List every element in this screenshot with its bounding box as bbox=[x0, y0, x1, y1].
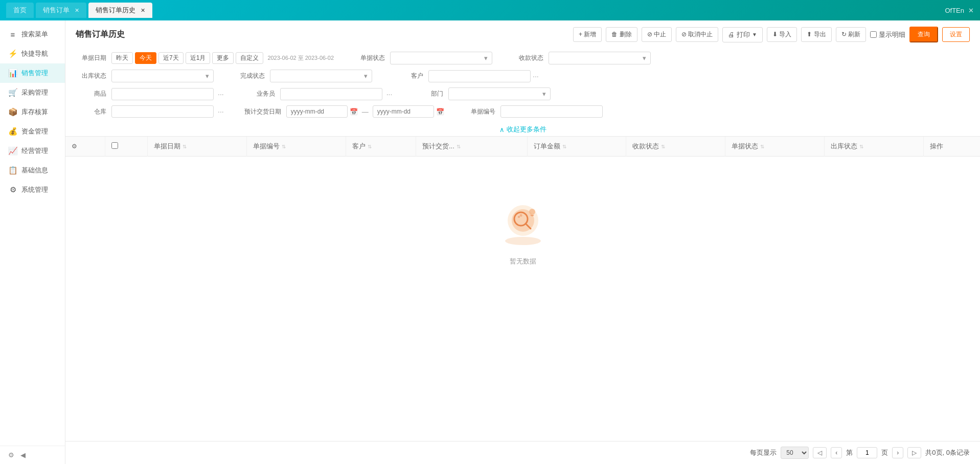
purchase-mgmt-icon: 🛒 bbox=[8, 88, 17, 97]
th-amount-sort[interactable]: 订单金额 ⇅ bbox=[534, 142, 620, 151]
th-customer-sort[interactable]: 客户 ⇅ bbox=[352, 142, 409, 151]
tab-sales-order-label: 销售订单 bbox=[43, 6, 70, 15]
th-delivery-date: 预计交货... ⇅ bbox=[416, 137, 527, 157]
sidebar-settings-icon[interactable]: ⚙ bbox=[8, 451, 14, 459]
page-size-select[interactable]: 50 10 20 100 bbox=[781, 447, 809, 459]
window-close-btn[interactable]: ✕ bbox=[968, 7, 974, 14]
main-layout: ≡ 搜索菜单 ⚡ 快捷导航 📊 销售管理 🛒 采购管理 📦 库存核算 💰 资金管… bbox=[0, 20, 980, 464]
sidebar-item-sales-mgmt[interactable]: 📊 销售管理 bbox=[0, 63, 65, 83]
warehouse-label: 仓库 bbox=[76, 107, 111, 116]
quick-nav-icon: ⚡ bbox=[8, 49, 17, 58]
sidebar-item-finance[interactable]: 💰 资金管理 bbox=[0, 122, 65, 141]
sidebar-item-sales-mgmt-label: 销售管理 bbox=[21, 69, 48, 78]
th-date-sort[interactable]: 单据日期 ⇅ bbox=[154, 142, 240, 151]
sidebar-item-quick-nav[interactable]: ⚡ 快捷导航 bbox=[0, 44, 65, 63]
date-btn-yesterday[interactable]: 昨天 bbox=[111, 52, 133, 64]
date-btn-1month[interactable]: 近1月 bbox=[186, 52, 211, 64]
query-button[interactable]: 查询 bbox=[909, 27, 938, 42]
page-title-row: 销售订单历史 + 新增 🗑 删除 ⊘ 中止 ⊘ 取消中止 🖨 打印 ▼ ⬇ 导入… bbox=[76, 27, 970, 42]
sidebar-collapse-icon[interactable]: ◀ bbox=[20, 451, 26, 459]
th-receipt-status-sort-icon: ⇅ bbox=[661, 144, 665, 149]
table-header-row: ⚙ 单据日期 ⇅ 单据编号 ⇅ bbox=[65, 137, 980, 157]
prev-page-btn[interactable]: ‹ bbox=[831, 447, 842, 458]
tab-sales-order-close[interactable]: ✕ bbox=[75, 7, 79, 14]
search-menu-icon: ≡ bbox=[8, 30, 17, 39]
display-detail-checkbox-area[interactable]: 显示明细 bbox=[870, 30, 905, 39]
sidebar-item-search-menu[interactable]: ≡ 搜索菜单 bbox=[0, 25, 65, 44]
collapse-row[interactable]: ∧ 收起更多条件 bbox=[76, 123, 970, 136]
goods-dots-btn[interactable]: ··· bbox=[218, 90, 224, 98]
tab-sales-order-history[interactable]: 销售订单历史 ✕ bbox=[88, 3, 152, 18]
th-checkbox[interactable] bbox=[105, 137, 147, 157]
collapse-up-icon: ∧ bbox=[499, 126, 505, 134]
delete-button[interactable]: 🗑 删除 bbox=[606, 27, 637, 42]
th-date: 单据日期 ⇅ bbox=[147, 137, 246, 157]
export-button[interactable]: ⬆ 导出 bbox=[801, 27, 831, 42]
th-order-no-sort[interactable]: 单据编号 ⇅ bbox=[253, 142, 339, 151]
sidebar-item-basic-info[interactable]: 📋 基础信息 bbox=[0, 161, 65, 180]
empty-state-cell: 暂无数据 bbox=[65, 157, 980, 307]
import-button[interactable]: ⬇ 导入 bbox=[767, 27, 797, 42]
cal-start-icon[interactable]: 📅 bbox=[350, 108, 358, 116]
date-btn-custom[interactable]: 自定义 bbox=[236, 52, 263, 64]
date-btn-today[interactable]: 今天 bbox=[135, 52, 156, 64]
delivery-date-end[interactable] bbox=[373, 105, 434, 118]
th-operation: 操作 bbox=[924, 137, 980, 157]
refresh-button[interactable]: ↻ 刷新 bbox=[836, 27, 866, 42]
th-delivery-date-sort[interactable]: 预计交货... ⇅ bbox=[422, 142, 521, 151]
stop-button[interactable]: ⊘ 中止 bbox=[642, 27, 672, 42]
order-num-label: 单据编号 bbox=[465, 107, 500, 116]
customer-input[interactable] bbox=[428, 70, 531, 82]
out-status-select[interactable]: ▾ bbox=[111, 70, 214, 82]
new-button[interactable]: + 新增 bbox=[573, 27, 602, 42]
sidebar-item-inventory[interactable]: 📦 库存核算 bbox=[0, 102, 65, 122]
last-page-btn[interactable]: ▷ bbox=[907, 447, 921, 458]
tab-sales-order-history-close[interactable]: ✕ bbox=[141, 7, 145, 14]
print-button[interactable]: 🖨 打印 ▼ bbox=[722, 27, 763, 42]
cal-end-icon[interactable]: 📅 bbox=[436, 108, 444, 116]
th-order-no-sort-icon: ⇅ bbox=[282, 144, 286, 149]
th-out-status: 出库状态 ⇅ bbox=[825, 137, 924, 157]
th-receipt-status-sort[interactable]: 收款状态 ⇅ bbox=[632, 142, 719, 151]
order-num-input[interactable] bbox=[500, 105, 603, 118]
settings-button[interactable]: 设置 bbox=[942, 27, 970, 42]
display-detail-checkbox[interactable] bbox=[870, 31, 877, 38]
salesperson-input[interactable] bbox=[280, 88, 382, 100]
select-all-checkbox[interactable] bbox=[111, 142, 118, 149]
first-page-btn[interactable]: ◁ bbox=[813, 447, 827, 458]
complete-status-select[interactable]: ▾ bbox=[270, 70, 372, 82]
tab-sales-order[interactable]: 销售订单 ✕ bbox=[36, 3, 86, 18]
toolbar: + 新增 🗑 删除 ⊘ 中止 ⊘ 取消中止 🖨 打印 ▼ ⬇ 导入 ⬆ 导出 ↻… bbox=[573, 27, 970, 42]
th-amount-label: 订单金额 bbox=[534, 142, 560, 151]
th-order-status-sort[interactable]: 单据状态 ⇅ bbox=[732, 142, 818, 151]
svg-point-6 bbox=[519, 214, 522, 217]
receipt-status-select[interactable]: ▾ bbox=[549, 52, 651, 64]
data-table: ⚙ 单据日期 ⇅ 单据编号 ⇅ bbox=[65, 137, 980, 307]
dept-select[interactable]: ▾ bbox=[448, 87, 551, 100]
sidebar-item-sys-mgmt-label: 系统管理 bbox=[21, 185, 48, 194]
tab-home[interactable]: 首页 bbox=[6, 3, 34, 18]
date-btn-more[interactable]: 更多 bbox=[212, 52, 234, 64]
warehouse-input[interactable] bbox=[111, 105, 214, 118]
warehouse-dots-btn[interactable]: ··· bbox=[218, 107, 224, 116]
th-out-status-sort[interactable]: 出库状态 ⇅ bbox=[831, 142, 917, 151]
next-page-btn[interactable]: › bbox=[892, 447, 903, 458]
sidebar-item-operations-label: 经营管理 bbox=[21, 146, 48, 156]
th-receipt-status: 收款状态 ⇅ bbox=[626, 137, 725, 157]
sidebar-item-purchase-mgmt[interactable]: 🛒 采购管理 bbox=[0, 83, 65, 102]
sidebar-item-finance-label: 资金管理 bbox=[21, 127, 48, 136]
th-customer-label: 客户 bbox=[352, 142, 366, 151]
sidebar-item-operations[interactable]: 📈 经营管理 bbox=[0, 141, 65, 161]
page-num-input[interactable] bbox=[857, 447, 877, 458]
customer-dots-btn[interactable]: ··· bbox=[533, 72, 539, 80]
goods-input[interactable] bbox=[111, 88, 214, 100]
date-btn-7days[interactable]: 近7天 bbox=[158, 52, 184, 64]
out-status-dropdown-icon: ▾ bbox=[206, 72, 209, 80]
status-select[interactable]: ▾ bbox=[390, 52, 492, 64]
salesperson-dots-btn[interactable]: ··· bbox=[386, 90, 393, 98]
display-detail-label: 显示明细 bbox=[879, 30, 905, 39]
th-settings[interactable]: ⚙ bbox=[65, 137, 105, 157]
sidebar-item-sys-mgmt[interactable]: ⚙ 系统管理 bbox=[0, 180, 65, 200]
cancel-stop-button[interactable]: ⊘ 取消中止 bbox=[676, 27, 718, 42]
delivery-date-start[interactable] bbox=[286, 105, 348, 118]
